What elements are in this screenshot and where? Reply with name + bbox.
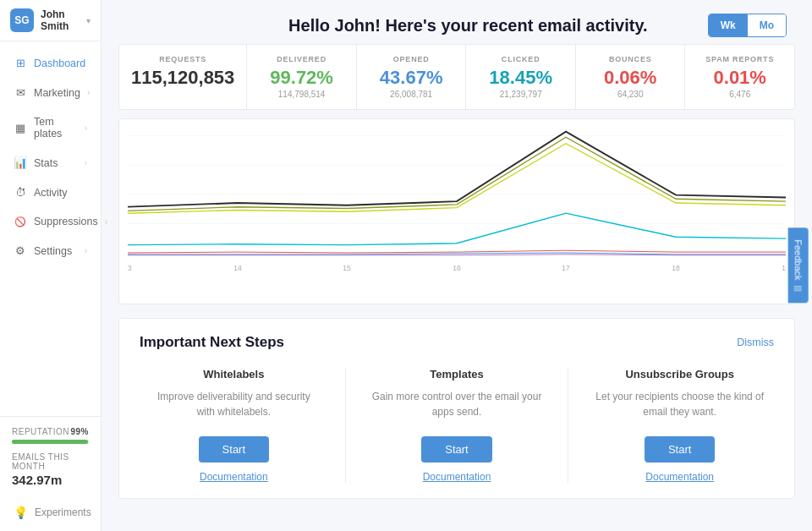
- sidebar-label-settings: Settings: [34, 245, 78, 257]
- steps-grid: Whitelabels Improve deliverability and s…: [140, 368, 774, 483]
- sidebar-header[interactable]: SG John Smith ▾: [0, 0, 101, 41]
- sidebar-item-dashboard[interactable]: ⊞ Dashboard: [0, 48, 101, 78]
- sidebar-label-activity: Activity: [34, 187, 87, 199]
- stat-bounces-value: 0.06%: [588, 68, 673, 87]
- next-steps-header: Important Next Steps Dismiss: [140, 334, 774, 351]
- stat-requests: REQUESTS 115,120,853: [119, 45, 247, 109]
- reputation-label: REPUTATION 99%: [12, 427, 89, 436]
- step-whitelabels-start[interactable]: Start: [199, 436, 269, 463]
- stats-icon: 📊: [14, 156, 27, 169]
- period-toggle: Wk Mo: [708, 14, 787, 37]
- sidebar-label-suppressions: Suppressions: [34, 216, 98, 227]
- step-unsubscribe-start[interactable]: Start: [645, 436, 715, 463]
- main-content: Hello John! Here's your recent email act…: [102, 0, 812, 531]
- stat-delivered: DELIVERED 99.72% 114,798,514: [247, 45, 357, 109]
- feedback-icon: |||: [793, 286, 802, 292]
- step-whitelabels-desc: Improve deliverability and security with…: [148, 389, 320, 423]
- sidebar-label-marketing: Marketing: [34, 87, 80, 99]
- sidebar-item-suppressions[interactable]: 🚫 Suppressions ›: [0, 207, 101, 236]
- step-unsubscribe: Unsubscribe Groups Let your recipients c…: [585, 368, 774, 483]
- templates-icon: ▦: [14, 122, 27, 134]
- top-bar: Hello John! Here's your recent email act…: [102, 0, 812, 44]
- sidebar-label-templates: Tem plates: [34, 116, 78, 140]
- svg-text:13: 13: [128, 264, 132, 272]
- stat-bounces-label: BOUNCES: [588, 55, 673, 63]
- sidebar-item-settings[interactable]: ⚙ Settings ›: [0, 236, 101, 266]
- stat-clicked-label: CLICKED: [478, 55, 563, 63]
- dismiss-button[interactable]: Dismiss: [737, 337, 774, 348]
- sidebar-label-stats: Stats: [34, 157, 78, 169]
- toggle-wk-button[interactable]: Wk: [709, 14, 748, 36]
- stat-requests-label: REQUESTS: [131, 55, 234, 63]
- step-whitelabels: Whitelabels Improve deliverability and s…: [140, 368, 328, 483]
- stat-bounces-secondary: 64,230: [588, 90, 673, 99]
- emails-value: 342.97m: [12, 473, 89, 487]
- reputation-progress-fill: [12, 440, 88, 444]
- bulb-icon: 💡: [14, 506, 28, 519]
- sidebar-item-templates[interactable]: ▦ Tem plates ›: [0, 107, 101, 148]
- sidebar-item-experiments[interactable]: 💡 Experiments: [0, 497, 101, 531]
- next-steps-section: Important Next Steps Dismiss Whitelabels…: [118, 318, 795, 499]
- svg-text:19: 19: [782, 264, 786, 272]
- dashboard-icon: ⊞: [14, 57, 27, 69]
- step-templates-desc: Gain more control over the email your ap…: [371, 389, 543, 423]
- divider-1: [345, 368, 346, 483]
- step-templates-start[interactable]: Start: [421, 436, 491, 463]
- stat-opened-label: OPENED: [369, 55, 454, 63]
- stats-arrow-icon: ›: [85, 158, 87, 167]
- stat-opened-secondary: 26,008,781: [369, 90, 454, 99]
- toggle-mo-button[interactable]: Mo: [748, 14, 786, 36]
- marketing-arrow-icon: ›: [87, 88, 90, 97]
- svg-text:18: 18: [672, 264, 680, 272]
- sidebar-item-marketing[interactable]: ✉ Marketing ›: [0, 78, 101, 107]
- stat-spam: SPAM REPORTS 0.01% 6,476: [685, 45, 794, 109]
- reputation-value: 99%: [70, 427, 89, 436]
- sidebar-item-stats[interactable]: 📊 Stats ›: [0, 148, 101, 178]
- feedback-label: Feedback: [793, 239, 803, 280]
- step-unsubscribe-title: Unsubscribe Groups: [594, 368, 765, 380]
- step-whitelabels-doc[interactable]: Documentation: [148, 471, 320, 483]
- step-unsubscribe-desc: Let your recipients choose the kind of e…: [594, 389, 765, 423]
- app-logo: SG: [10, 8, 34, 32]
- sidebar-label-dashboard: Dashboard: [34, 57, 87, 69]
- step-templates-doc[interactable]: Documentation: [371, 471, 543, 483]
- suppressions-arrow-icon: ›: [105, 217, 107, 227]
- svg-text:16: 16: [453, 264, 461, 272]
- marketing-icon: ✉: [14, 86, 27, 99]
- divider-2: [568, 368, 568, 483]
- stat-clicked-value: 18.45%: [478, 68, 563, 87]
- activity-chart: 15m 10m 5m 0 13 14 15 16 17 18 19: [128, 128, 786, 278]
- sidebar-bottom: REPUTATION 99% EMAILS THIS MONTH 342.97m: [0, 416, 101, 497]
- svg-text:15: 15: [343, 264, 351, 272]
- stat-delivered-label: DELIVERED: [259, 55, 344, 63]
- stat-spam-label: SPAM REPORTS: [697, 55, 782, 63]
- step-unsubscribe-doc[interactable]: Documentation: [594, 471, 765, 483]
- svg-text:14: 14: [233, 264, 242, 272]
- sidebar-item-activity[interactable]: ⏱ Activity: [0, 178, 101, 207]
- feedback-tab[interactable]: Feedback |||: [787, 227, 808, 303]
- emails-label: EMAILS THIS MONTH: [12, 452, 89, 471]
- next-steps-title: Important Next Steps: [140, 334, 284, 351]
- templates-arrow-icon: ›: [85, 123, 87, 133]
- stat-spam-secondary: 6,476: [697, 90, 782, 99]
- step-templates: Templates Gain more control over the ema…: [363, 368, 551, 483]
- page-title: Hello John! Here's your recent email act…: [228, 16, 708, 36]
- step-templates-title: Templates: [371, 368, 543, 380]
- step-whitelabels-title: Whitelabels: [148, 368, 320, 380]
- stat-requests-value: 115,120,853: [131, 68, 234, 87]
- stat-clicked-secondary: 21,239,797: [478, 90, 563, 99]
- stat-spam-value: 0.01%: [697, 68, 782, 87]
- stat-bounces: BOUNCES 0.06% 64,230: [576, 45, 686, 109]
- experiments-label: Experiments: [35, 506, 91, 518]
- stat-opened-value: 43.67%: [369, 68, 454, 87]
- stat-delivered-secondary: 114,798,514: [259, 90, 344, 99]
- chart-area: 15m 10m 5m 0 13 14 15 16 17 18 19: [118, 118, 795, 304]
- stat-clicked: CLICKED 18.45% 21,239,797: [466, 45, 576, 109]
- suppressions-icon: 🚫: [14, 216, 27, 227]
- user-chevron-icon: ▾: [86, 16, 91, 25]
- activity-icon: ⏱: [14, 186, 27, 199]
- settings-arrow-icon: ›: [85, 246, 87, 255]
- reputation-progress-bg: [12, 440, 89, 444]
- svg-text:17: 17: [562, 264, 570, 272]
- user-name: John Smith: [41, 8, 80, 32]
